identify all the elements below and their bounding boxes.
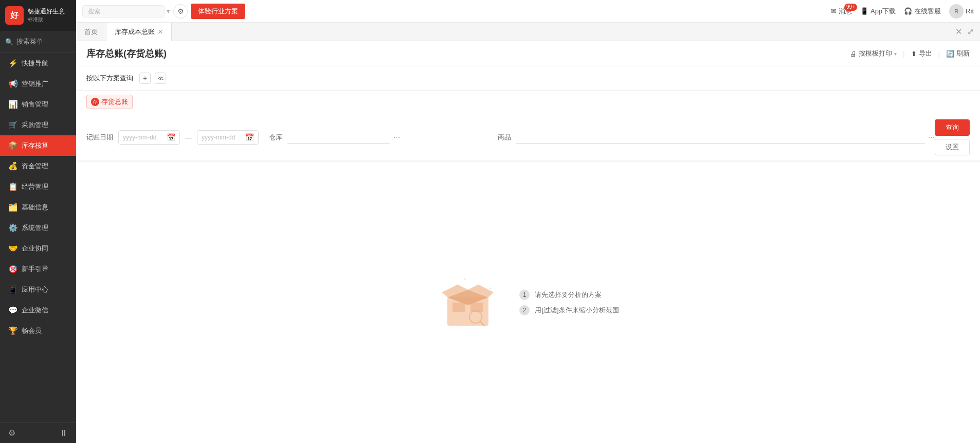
topbar-dropdown-icon[interactable]: ▾	[167, 7, 170, 15]
calendar-end-icon[interactable]: 📅	[245, 133, 254, 141]
sidebar-item-finance[interactable]: 💰 资金管理	[0, 156, 76, 176]
product-label: 商品	[498, 133, 511, 142]
newbie-icon: 🎯	[8, 264, 17, 274]
filter-section: 按以下方案查询 + ≪ 存 存货总账 记账日期 yyyy-	[76, 66, 980, 162]
app-logo-icon: 好	[5, 6, 24, 25]
warehouse-field-group: 仓库 ···	[269, 131, 487, 144]
tab-home-label: 首页	[84, 27, 98, 37]
empty-tips: 1 请先选择要分析的方案 2 用[过滤]条件来缩小分析范围	[519, 290, 619, 315]
sidebar-search-area[interactable]: 🔍 搜索菜单	[0, 31, 76, 53]
member-icon: 🏆	[8, 326, 17, 335]
export-btn[interactable]: ⬆ 导出	[911, 49, 932, 58]
filter-collapse-btn[interactable]: ≪	[155, 73, 166, 84]
page-header-actions: 🖨 按模板打印 ▾ | ⬆ 导出 | 🔄 刷新	[850, 49, 970, 64]
sidebar-item-label: 畅会员	[22, 326, 42, 335]
print-dropdown-icon[interactable]: ▾	[894, 51, 897, 57]
page-title: 库存总账(存货总账)	[86, 47, 167, 66]
date-start-placeholder: yyyy-mm-dd	[123, 134, 156, 141]
tab-home[interactable]: 首页	[76, 23, 106, 41]
sidebar-item-purchase[interactable]: 🛒 采购管理	[0, 115, 76, 135]
svg-text:✦: ✦	[463, 276, 467, 282]
sidebar-item-quick-nav[interactable]: ⚡ 快捷导航	[0, 53, 76, 74]
date-start-input[interactable]: yyyy-mm-dd 📅	[118, 130, 180, 145]
scheme-tag[interactable]: 存 存货总账	[86, 95, 133, 109]
purchase-icon: 🛒	[8, 120, 17, 130]
date-end-input[interactable]: yyyy-mm-dd 📅	[197, 130, 259, 145]
sidebar-item-system[interactable]: ⚙️ 系统管理	[0, 218, 76, 238]
phone-icon: 📱	[860, 7, 868, 15]
user-area[interactable]: R Rit	[949, 4, 974, 19]
sidebar: 好 畅捷通好生意 标准版 🔍 搜索菜单 ⚡ 快捷导航 📢 营销推广 📊 销售管理…	[0, 0, 76, 443]
page-content: 库存总账(存货总账) 🖨 按模板打印 ▾ | ⬆ 导出 | 🔄 刷新	[76, 41, 980, 443]
user-avatar: R	[949, 4, 964, 19]
tip-num-2: 2	[519, 305, 530, 315]
sidebar-item-operations[interactable]: 📋 经营管理	[0, 176, 76, 197]
filter-area: 按以下方案查询 + ≪	[76, 66, 980, 91]
sidebar-item-apps[interactable]: 📱 应用中心	[0, 279, 76, 300]
wechat-icon: 💬	[8, 306, 17, 315]
topbar-search-input[interactable]	[82, 5, 165, 17]
quick-nav-icon: ⚡	[8, 59, 17, 68]
tab-inventory-ledger[interactable]: 库存成本总账 ✕	[106, 23, 172, 41]
sidebar-item-cooperation[interactable]: 🤝 企业协同	[0, 238, 76, 259]
empty-box-svg: ✦ ✦ ✦	[437, 272, 499, 333]
search-menu-label: 搜索菜单	[16, 37, 43, 46]
system-icon: ⚙️	[8, 223, 17, 233]
sidebar-item-label: 销售管理	[22, 100, 48, 109]
sidebar-item-marketing[interactable]: 📢 营销推广	[0, 74, 76, 94]
tab-bar: 首页 库存成本总账 ✕ ✕ ⤢	[76, 23, 980, 41]
filter-add-btn[interactable]: +	[139, 73, 151, 84]
sidebar-item-member[interactable]: 🏆 畅会员	[0, 321, 76, 341]
tab-close-btn[interactable]: ✕	[158, 28, 163, 36]
query-btn[interactable]: 查询	[935, 119, 970, 136]
sidebar-item-sales[interactable]: 📊 销售管理	[0, 94, 76, 115]
action-buttons: 查询 设置	[935, 119, 970, 155]
message-btn[interactable]: ✉ 消息 99+	[831, 7, 852, 16]
apps-icon: 📱	[8, 285, 17, 294]
tab-panel-close-btn[interactable]: ✕	[953, 25, 964, 39]
sidebar-item-newbie[interactable]: 🎯 新手引导	[0, 259, 76, 279]
footer-audio-icon[interactable]: ⏸	[60, 429, 68, 438]
print-btn[interactable]: 🖨 按模板打印 ▾	[850, 49, 897, 58]
headset-icon: 🎧	[904, 7, 912, 15]
fields-row: 记账日期 yyyy-mm-dd 📅 — yyyy-mm-dd 📅 仓库 ·	[76, 114, 980, 161]
print-label: 按模板打印	[859, 49, 892, 58]
warehouse-input[interactable]	[287, 131, 390, 144]
topbar-left: ▾ ⚙ 体验行业方案	[82, 4, 827, 19]
marketing-icon: 📢	[8, 79, 17, 88]
scheme-icon: 存	[91, 98, 99, 106]
settings-btn[interactable]: 设置	[935, 139, 970, 155]
sidebar-item-label: 营销推广	[22, 79, 48, 88]
online-support-btn[interactable]: 🎧 在线客服	[904, 7, 941, 16]
empty-tip-2: 2 用[过滤]条件来缩小分析范围	[519, 305, 619, 315]
sidebar-item-label: 企业微信	[22, 306, 48, 315]
calendar-start-icon[interactable]: 📅	[167, 133, 175, 141]
refresh-label: 刷新	[956, 49, 970, 58]
date-label: 记账日期	[86, 133, 113, 142]
product-input[interactable]	[516, 131, 925, 144]
sidebar-item-label: 资金管理	[22, 162, 48, 171]
search-icon: 🔍	[5, 38, 13, 46]
tab-panel-expand-btn[interactable]: ⤢	[965, 25, 976, 39]
footer-settings-icon[interactable]: ⚙	[8, 428, 15, 438]
scheme-tag-area: 存 存货总账	[76, 91, 980, 114]
refresh-btn[interactable]: 🔄 刷新	[946, 49, 970, 58]
app-download-btn[interactable]: 📱 App下载	[860, 7, 896, 16]
empty-inner: ✦ ✦ ✦ 1 请先选择要分析的方案 2	[437, 272, 619, 333]
product-more-btn[interactable]: ···	[928, 133, 935, 142]
avatar-text: R	[954, 8, 958, 14]
empty-illustration: ✦ ✦ ✦	[437, 272, 499, 333]
topbar-settings-btn[interactable]: ⚙	[173, 4, 188, 19]
warehouse-more-btn[interactable]: ···	[393, 133, 400, 142]
industry-solution-btn[interactable]: 体验行业方案	[191, 4, 245, 19]
search-menu-btn[interactable]: 🔍 搜索菜单	[5, 35, 71, 48]
sidebar-item-basic[interactable]: 🗂️ 基础信息	[0, 197, 76, 218]
tip-text-1: 请先选择要分析的方案	[535, 290, 602, 299]
svg-text:✦: ✦	[441, 289, 446, 296]
sidebar-item-inventory[interactable]: 📦 库存核算	[0, 135, 76, 156]
tip-text-2: 用[过滤]条件来缩小分析范围	[535, 306, 619, 315]
svg-rect-4	[452, 303, 465, 312]
date-separator: —	[183, 134, 194, 141]
user-name: Rit	[966, 7, 974, 15]
sidebar-item-wechat[interactable]: 💬 企业微信	[0, 300, 76, 321]
